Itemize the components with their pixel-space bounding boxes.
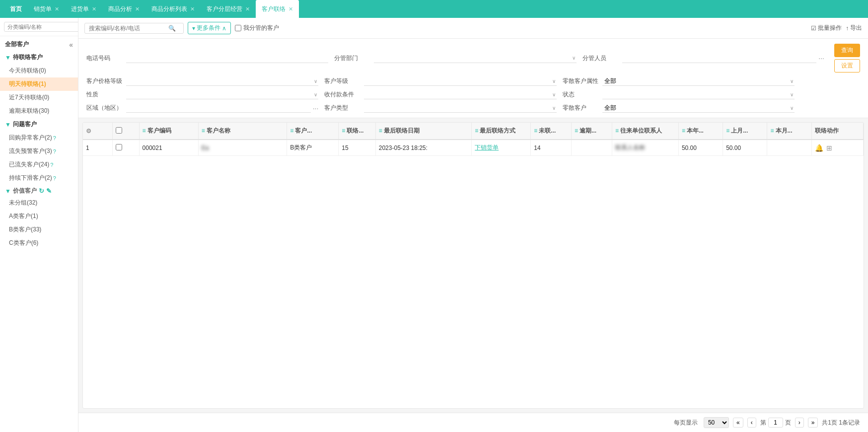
arrow-icon: ▼ xyxy=(5,54,11,61)
prev-page-btn[interactable]: ‹ xyxy=(747,418,756,428)
filter-retail-customer-wrap: 全部 ∨ xyxy=(602,103,795,113)
sidebar-item-tomorrow-contact[interactable]: 明天待联络(1) xyxy=(0,77,78,91)
filter-retail-attr-select[interactable]: 全部 xyxy=(602,76,795,85)
detail-action-icon[interactable]: ⊞ xyxy=(826,144,832,152)
close-icon[interactable]: ✕ xyxy=(55,6,59,12)
filter-person-dots[interactable]: ··· xyxy=(818,54,824,62)
per-page-select[interactable]: 10 20 50 100 xyxy=(704,417,729,428)
next-page-btn[interactable]: › xyxy=(795,418,804,428)
filter-person-input[interactable] xyxy=(622,54,817,63)
filter-retail-customer-select[interactable]: 全部 xyxy=(602,103,795,112)
contact-action-icon[interactable]: 🔔 xyxy=(815,144,823,152)
cell-checkbox[interactable] xyxy=(113,140,140,156)
filter-customer-type-select[interactable] xyxy=(364,103,556,112)
sidebar-item-churned[interactable]: 已流失客户(24) ? xyxy=(0,158,78,171)
filter-price-level: 客户价格等级 ∨ xyxy=(86,76,318,86)
close-icon[interactable]: ✕ xyxy=(245,6,250,12)
my-customers-checkbox-wrap[interactable]: 我分管的客户 xyxy=(235,24,279,32)
col-customer-code[interactable]: ≡ 客户编码 xyxy=(139,123,198,140)
select-all-checkbox[interactable] xyxy=(116,127,122,134)
filter-region-input[interactable] xyxy=(126,103,311,113)
filter-price-level-select[interactable] xyxy=(126,76,318,85)
filter-retail-attr-wrap: 全部 ∨ xyxy=(602,76,795,86)
edit-icon[interactable]: ✎ xyxy=(46,187,52,195)
refresh-icon[interactable]: ↻ xyxy=(39,187,44,195)
cell-last-month-amount: 50.00 xyxy=(723,140,767,156)
col-this-month-amount[interactable]: ≡ 本月... xyxy=(767,123,811,140)
sidebar-pending-group[interactable]: ▼ 待联络客户 xyxy=(0,51,78,64)
col-contacts-count[interactable]: ≡ 联络... xyxy=(339,123,375,140)
filter-more-btn[interactable]: ▾ 更多条件 ∧ xyxy=(188,22,231,34)
filter-person: 分管人员 ··· xyxy=(582,54,824,63)
row-checkbox[interactable] xyxy=(116,144,122,150)
close-icon[interactable]: ✕ xyxy=(289,6,293,12)
col-overdue-days[interactable]: ≡ 逾期... xyxy=(572,123,612,140)
sidebar-search-area: 🔍 xyxy=(0,18,78,36)
sidebar-item-repurchase-abnormal[interactable]: 回购异常客户(2) ? xyxy=(0,131,78,144)
page-input[interactable] xyxy=(768,418,783,428)
nav-product-analysis-list[interactable]: 商品分析列表 ✕ xyxy=(145,0,201,18)
last-page-btn[interactable]: » xyxy=(808,418,818,428)
close-icon[interactable]: ✕ xyxy=(135,6,140,12)
cell-last-method[interactable]: 下销货单 xyxy=(472,140,531,156)
chevron-down-icon: ∨ xyxy=(790,92,794,97)
total-info: 共1页 1条记录 xyxy=(822,419,860,427)
help-icon: ? xyxy=(53,148,56,154)
sidebar-item-churn-warning[interactable]: 流失预警客户(3) ? xyxy=(0,144,78,158)
first-page-btn[interactable]: « xyxy=(733,418,743,428)
filter-status-select[interactable] xyxy=(602,90,795,99)
col-last-contact-method[interactable]: ≡ 最后联络方式 xyxy=(472,123,531,140)
sort-icon: ≡ xyxy=(202,127,205,134)
all-customers-title[interactable]: 全部客户 « xyxy=(0,36,78,51)
arrow-icon: ▼ xyxy=(5,121,11,128)
sidebar-problem-group[interactable]: ▼ 问题客户 xyxy=(0,118,78,131)
col-last-contact-date[interactable]: ≡ 最后联络日期 xyxy=(375,123,471,140)
nav-sales-order[interactable]: 销货单 ✕ xyxy=(28,0,65,18)
main-search-input[interactable] xyxy=(89,25,168,32)
col-customer-name[interactable]: ≡ 客户名称 xyxy=(198,123,287,140)
query-btn[interactable]: 查询 xyxy=(834,44,860,57)
filter-customer-level-select[interactable] xyxy=(364,76,556,85)
collapse-icon[interactable]: « xyxy=(69,41,73,49)
col-checkbox[interactable] xyxy=(113,123,140,140)
nav-purchase-order[interactable]: 进货单 ✕ xyxy=(65,0,102,18)
sidebar-item-7days-contact[interactable]: 近7天待联络(0) xyxy=(0,91,78,104)
filter-row-3: 性质 ∨ 收付款条件 ∨ 状态 xyxy=(86,90,860,99)
sidebar-item-class-c[interactable]: C类客户(6) xyxy=(0,236,78,250)
cell-contact-person: 联系人名称 xyxy=(612,140,678,156)
filter-payment-select[interactable] xyxy=(364,90,556,99)
export-btn[interactable]: ↑ 导出 xyxy=(846,24,862,32)
filter-price-level-wrap: ∨ xyxy=(126,76,318,86)
col-contact-person[interactable]: ≡ 往来单位联系人 xyxy=(612,123,678,140)
sidebar-item-overdue-contact[interactable]: 逾期未联络(30) xyxy=(0,104,78,118)
last-method-link[interactable]: 下销货单 xyxy=(475,144,499,151)
col-last-month-amount[interactable]: ≡ 上月... xyxy=(723,123,767,140)
filter-nature-select[interactable] xyxy=(126,90,318,99)
close-icon[interactable]: ✕ xyxy=(92,6,96,12)
nav-customer-tier[interactable]: 客户分层经营 ✕ xyxy=(201,0,256,18)
col-gear[interactable]: ⚙ xyxy=(83,123,113,140)
col-customer-type[interactable]: ≡ 客户... xyxy=(287,123,339,140)
col-year-amount[interactable]: ≡ 本年... xyxy=(678,123,723,140)
batch-op-btn[interactable]: ☑ 批量操作 xyxy=(811,24,842,32)
filter-phone-input[interactable] xyxy=(126,54,328,63)
sidebar-item-today-contact[interactable]: 今天待联络(0) xyxy=(0,64,78,77)
sidebar-item-class-a[interactable]: A类客户(1) xyxy=(0,210,78,223)
sidebar-item-ungrouped[interactable]: 未分组(32) xyxy=(0,196,78,210)
filter-dept-select[interactable] xyxy=(374,54,576,63)
nav-home[interactable]: 首页 xyxy=(4,0,28,18)
sidebar-item-class-b[interactable]: B类客户(33) xyxy=(0,223,78,236)
sidebar-item-declining[interactable]: 持续下滑客户(2) ? xyxy=(0,171,78,185)
nav-product-analysis[interactable]: 商品分析 ✕ xyxy=(102,0,145,18)
settings-btn[interactable]: 设置 xyxy=(834,59,860,72)
col-uncontact-days[interactable]: ≡ 未联... xyxy=(531,123,572,140)
filter-region-dots[interactable]: ··· xyxy=(313,104,319,112)
cell-last-date: 2023-05-23 18:25: xyxy=(375,140,471,156)
search-icon[interactable]: 🔍 xyxy=(168,25,176,32)
settings-icon[interactable]: ⚙ xyxy=(86,128,91,135)
nav-customer-contact[interactable]: 客户联络 ✕ xyxy=(256,0,299,18)
filter-person-label: 分管人员 xyxy=(582,54,622,63)
sidebar-search-input[interactable] xyxy=(4,22,78,32)
my-customers-checkbox[interactable] xyxy=(235,25,241,31)
close-icon[interactable]: ✕ xyxy=(190,6,195,12)
